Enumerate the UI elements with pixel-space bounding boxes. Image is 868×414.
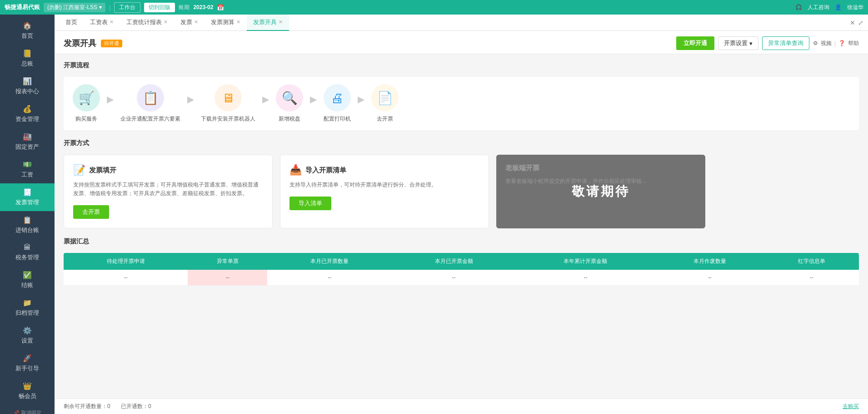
pin-icon: 📌 [13, 410, 20, 414]
workspace-button[interactable]: 工作台 [114, 2, 140, 13]
tab-salary-table-close[interactable]: ✕ [110, 19, 114, 25]
val-pending: -- [64, 270, 188, 286]
buy-link[interactable]: 去购买 [843, 403, 859, 410]
import-list-button[interactable]: 导入清单 [289, 197, 331, 210]
page-help: ⚙ 视频 | ❓ 帮助 [813, 40, 859, 47]
tab-invoice-tool-close[interactable]: ✕ [279, 19, 283, 25]
tab-invoice-tool[interactable]: 发票开具 ✕ [247, 15, 289, 31]
separator-icon: | [109, 4, 110, 11]
funds-icon: 💰 [23, 105, 32, 113]
help-label[interactable]: 帮助 [848, 40, 859, 47]
switch-version-button[interactable]: 切到旧版 [144, 3, 175, 12]
col-red-info: 红字信息单 [764, 253, 859, 270]
sidebar: 🏠 首页 📒 总账 📊 报表中心 💰 资金管理 🏭 固定资产 💵 工资 [0, 15, 55, 414]
col-month-amount: 本月已开票金额 [392, 253, 516, 270]
immediate-open-button[interactable]: 立即开通 [676, 36, 714, 50]
settings-icon: ⚙️ [23, 326, 32, 335]
sidebar-item-purchase[interactable]: 📋 进销台账 [0, 211, 55, 239]
settings-label: 开票设置 [724, 39, 748, 47]
company-name: (勿删) 江西服室-LSS [47, 4, 97, 11]
tab-invoice-calc[interactable]: 发票测算 ✕ [205, 15, 247, 31]
tab-salary-stats[interactable]: 工资统计报表 ✕ [120, 15, 174, 31]
sidebar-item-archive[interactable]: 📁 归档管理 [0, 294, 55, 322]
top-bar-right: 🎧 人工咨询 👤 徐溢华 [795, 4, 863, 11]
step-add-taxbox[interactable]: 🔍 新增税盘 [276, 84, 303, 123]
tax-icon: 🏛 [24, 243, 31, 252]
step-issue-label: 去开票 [377, 115, 393, 123]
sidebar-item-assets[interactable]: 🏭 固定资产 [0, 128, 55, 156]
invoice-icon: 🧾 [23, 188, 32, 197]
card-import-title: 📥 导入开票清单 [289, 164, 479, 176]
sidebar-label-assets: 固定资产 [15, 143, 39, 151]
sidebar-item-member[interactable]: 👑 畅会员 [0, 377, 55, 405]
tab-home[interactable]: 首页 [59, 15, 84, 31]
layout: 🏠 首页 📒 总账 📊 报表中心 💰 资金管理 🏭 固定资产 💵 工资 [0, 15, 868, 414]
go-issue-button[interactable]: 去开票 [73, 205, 109, 219]
tab-invoice-close[interactable]: ✕ [194, 19, 198, 25]
col-abnormal: 异常单票 [188, 253, 267, 270]
sidebar-item-guide[interactable]: 🚀 新手引导 [0, 349, 55, 377]
tab-invoice-calc-close[interactable]: ✕ [236, 19, 240, 25]
sidebar-item-funds[interactable]: 💰 资金管理 [0, 100, 55, 128]
sidebar-item-checkout[interactable]: ✅ 结账 [0, 266, 55, 294]
step-buy-service[interactable]: 🛒 购买服务 [73, 84, 100, 123]
step-taxbox-label: 新增税盘 [279, 115, 300, 123]
config-six-icon: 📋 [137, 84, 164, 111]
page-title: 发票开具 [64, 38, 96, 49]
step-issue-invoice[interactable]: 📄 去开票 [371, 84, 399, 123]
tab-salary-table[interactable]: 工资表 ✕ [84, 15, 120, 31]
buy-service-icon: 🛒 [73, 84, 100, 111]
val-year-amount: -- [516, 270, 655, 286]
sidebar-item-settings[interactable]: ⚙️ 设置 [0, 322, 55, 349]
step-download-robot[interactable]: 🖥 下载并安装开票机器人 [201, 84, 255, 123]
tab-bar-actions: ✕ ⤢ [850, 19, 863, 26]
sidebar-item-invoice[interactable]: 🧾 发票管理 [0, 183, 55, 211]
close-all-icon[interactable]: ✕ [850, 19, 855, 26]
sidebar-item-reports[interactable]: 📊 报表中心 [0, 72, 55, 100]
sidebar-item-salary[interactable]: 💵 工资 [0, 156, 55, 183]
step-config-printer[interactable]: 🖨 配置打印机 [324, 84, 351, 123]
sidebar-label-reports: 报表中心 [15, 87, 39, 96]
sidebar-item-home[interactable]: 🏠 首页 [0, 17, 55, 45]
tab-invoice[interactable]: 发票 ✕ [174, 15, 205, 31]
sidebar-label-archive: 归档管理 [15, 309, 39, 317]
company-selector[interactable]: (勿删) 江西服室-LSS ▾ [44, 3, 105, 12]
summary-table: 待处理开票申请 异常单票 本月已开票数量 本月已开票金额 本年累计开票金额 本月… [64, 253, 859, 286]
abnormal-list-button[interactable]: 异常清单查询 [762, 36, 809, 50]
tab-salary-stats-close[interactable]: ✕ [164, 19, 168, 25]
page-title-area: 发票开具 待开通 [64, 38, 122, 49]
sidebar-label-ledger: 总账 [21, 60, 33, 68]
tab-salary-table-label: 工资表 [90, 18, 108, 26]
step-download-label: 下载并安装开票机器人 [201, 115, 255, 123]
step-config-six[interactable]: 📋 企业开通配置开票六要素 [120, 84, 180, 123]
username-label[interactable]: 徐溢华 [847, 4, 863, 11]
sidebar-item-tax[interactable]: 🏛 税务管理 [0, 239, 55, 266]
tab-invoice-calc-label: 发票测算 [211, 18, 234, 26]
settings-circle-icon: ⚙ [813, 40, 818, 46]
process-steps: 🛒 购买服务 ▶ 📋 企业开通配置开票六要素 ▶ 🖥 下载并安装开票 [64, 77, 859, 130]
val-month-amount: -- [392, 270, 516, 286]
val-void-qty: -- [655, 270, 765, 286]
sidebar-item-ledger[interactable]: 📒 总账 [0, 45, 55, 72]
reports-icon: 📊 [23, 77, 32, 86]
step-printer-label: 配置打印机 [324, 115, 351, 123]
summary-table-data-row: -- -- -- -- -- -- -- [64, 270, 859, 286]
dropdown-arrow-icon: ▾ [749, 40, 753, 47]
video-help-label[interactable]: 视频 [821, 40, 832, 47]
consult-label[interactable]: 人工咨询 [808, 4, 829, 11]
sidebar-menu: 🏠 首页 📒 总账 📊 报表中心 💰 资金管理 🏭 固定资产 💵 工资 [0, 15, 55, 405]
arrow-4: ▶ [303, 94, 324, 105]
checkout-icon: ✅ [23, 271, 32, 279]
billing-card-manual: 📝 发票填开 支持按照发票样式手工填写开发票；可开具增值税电子普通发票、增值税普… [64, 155, 273, 228]
billing-card-boss: 老板端开票 查看老板端小程序提交的开票申请，并作出相应处理审核... 敬请期待 [496, 155, 705, 228]
billing-method-title: 开票方式 [64, 139, 859, 147]
settings-button[interactable]: 开票设置 ▾ [718, 36, 758, 50]
calendar-icon[interactable]: 📅 [217, 4, 224, 11]
sidebar-pin-toggle[interactable]: 📌 取消固定 [0, 405, 55, 414]
tab-salary-stats-label: 工资统计报表 [126, 18, 162, 26]
expand-icon[interactable]: ⤢ [858, 19, 863, 26]
sidebar-label-funds: 资金管理 [15, 115, 39, 123]
sidebar-label-tax: 税务管理 [15, 253, 39, 262]
add-taxbox-icon: 🔍 [276, 84, 303, 111]
archive-icon: 📁 [23, 298, 32, 307]
